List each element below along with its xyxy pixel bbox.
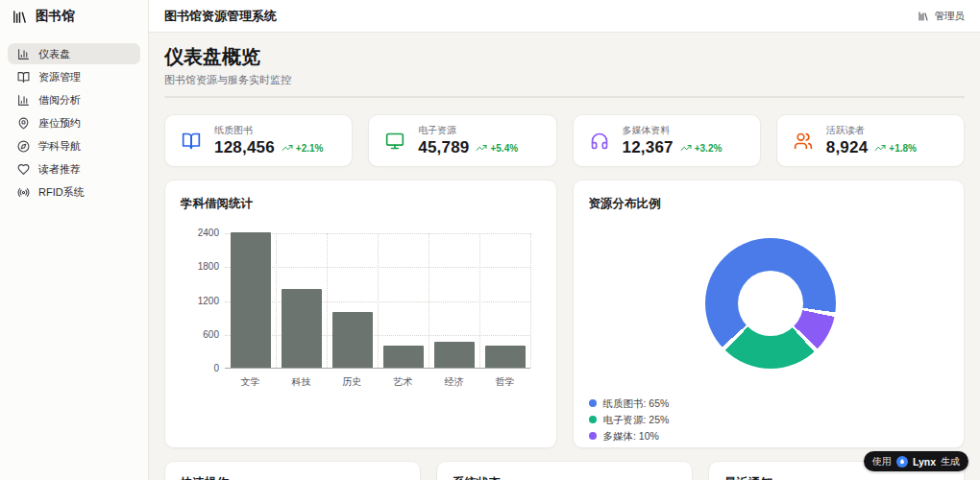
library-icon [918, 11, 929, 22]
chart-column-icon [17, 48, 30, 60]
bottom-card-快速操作: 快速操作 [164, 461, 421, 480]
trending-up-icon [874, 142, 886, 154]
legend-dot [589, 399, 597, 407]
bar-plot-area [225, 233, 530, 369]
trending-up-icon [680, 142, 692, 154]
compass-icon [17, 140, 30, 153]
x-axis-label: 经济 [429, 375, 479, 389]
sidebar: 图书馆 仪表盘资源管理借阅分析座位预约学科导航读者推荐RFID系统 [0, 0, 149, 480]
sidebar-item-读者推荐[interactable]: 读者推荐 [8, 158, 140, 180]
stat-info: 纸质图书128,456+2.1% [214, 124, 324, 157]
stat-trend-value: +2.1% [296, 143, 324, 154]
bottom-card-title: 快速操作 [181, 475, 404, 480]
sidebar-item-借阅分析[interactable]: 借阅分析 [8, 89, 140, 110]
sidebar-item-label: 仪表盘 [38, 47, 70, 61]
page-subtitle: 图书馆资源与服务实时监控 [164, 73, 965, 87]
bar [434, 342, 475, 368]
header-title: 图书馆资源管理系统 [164, 8, 277, 25]
x-axis-label: 艺术 [378, 375, 429, 389]
sidebar-item-label: RFID系统 [38, 185, 85, 200]
donut-chart [705, 238, 836, 369]
stat-value: 12,367 [623, 138, 674, 157]
main-content: 仪表盘概览 图书馆资源与服务实时监控 纸质图书128,456+2.1%电子资源4… [149, 33, 980, 480]
bottom-row: 快速操作系统状态最近通知 [164, 461, 965, 480]
bar [485, 346, 526, 368]
bar [332, 312, 373, 368]
stat-trend-value: +5.4% [490, 143, 518, 154]
legend-item: 纸质图书: 65% [589, 397, 670, 409]
stat-card-多媒体资料: 多媒体资料12,367+3.2% [573, 114, 761, 167]
stat-label: 多媒体资料 [623, 124, 723, 137]
bar-slot [479, 233, 530, 368]
x-axis-label: 历史 [327, 375, 378, 389]
bar [282, 289, 322, 368]
legend-item: 电子资源: 25% [589, 414, 670, 425]
gridline-x [530, 233, 531, 368]
stat-card-纸质图书: 纸质图书128,456+2.1% [164, 114, 353, 167]
sidebar-item-仪表盘[interactable]: 仪表盘 [8, 43, 140, 64]
header: 图书馆资源管理系统 管理员 [149, 0, 980, 33]
app-logo: 图书馆 [0, 0, 148, 33]
lynx-badge[interactable]: 使用 Lynx 生成 [864, 451, 968, 471]
bars-group [225, 233, 530, 368]
y-axis-tick: 1200 [177, 296, 219, 306]
stat-value-row: 12,367+3.2% [623, 138, 723, 157]
stat-info: 电子资源45,789+5.4% [418, 124, 518, 157]
book-open-icon [182, 132, 201, 151]
sidebar-item-label: 学科导航 [38, 139, 81, 154]
y-axis-tick: 600 [177, 329, 219, 340]
stat-value-row: 128,456+2.1% [214, 138, 324, 157]
stat-value-row: 45,789+5.4% [418, 138, 518, 157]
page-title: 仪表盘概览 [164, 44, 965, 69]
legend-item: 多媒体: 10% [589, 430, 670, 442]
pie-chart-title: 资源分布比例 [589, 196, 661, 212]
chart-column-icon [17, 94, 30, 107]
x-axis-label: 文学 [225, 375, 276, 389]
sidebar-item-学科导航[interactable]: 学科导航 [8, 135, 140, 156]
map-pin-icon [17, 117, 30, 130]
user-menu[interactable]: 管理员 [918, 10, 966, 23]
legend-dot [589, 432, 597, 440]
stat-value: 45,789 [418, 138, 469, 157]
bar-slot [378, 233, 429, 368]
stats-row: 纸质图书128,456+2.1%电子资源45,789+5.4%多媒体资料12,3… [164, 114, 965, 167]
pie-chart-card: 资源分布比例 纸质图书: 65%电子资源: 25%多媒体: 10% [573, 180, 966, 448]
x-axis-label: 科技 [276, 375, 327, 389]
app-logo-text: 图书馆 [36, 8, 75, 25]
badge-brand: Lynx [913, 456, 936, 468]
sidebar-item-RFID系统[interactable]: RFID系统 [8, 181, 140, 203]
stat-label: 活跃读者 [826, 124, 917, 137]
charts-row: 学科借阅统计 0600120018002400文学科技历史艺术经济哲学 资源分布… [164, 180, 965, 448]
legend-label: 纸质图书: 65% [603, 397, 670, 409]
legend-label: 电子资源: 25% [603, 414, 670, 425]
bar-slot [327, 233, 378, 368]
monitor-icon [385, 132, 404, 151]
bar-slot [276, 233, 327, 368]
sidebar-item-资源管理[interactable]: 资源管理 [8, 66, 140, 87]
bar-slot [429, 233, 479, 368]
stat-info: 活跃读者8,924+1.8% [826, 124, 917, 157]
sidebar-item-座位预约[interactable]: 座位预约 [8, 112, 140, 133]
sidebar-item-label: 借阅分析 [38, 93, 81, 108]
radio-icon [17, 186, 30, 199]
stat-trend: +3.2% [680, 142, 723, 154]
legend-dot [589, 416, 597, 423]
bar-chart-title: 学科借阅统计 [181, 196, 253, 212]
bar [383, 346, 424, 368]
bar-slot [225, 233, 276, 368]
users-icon [794, 132, 813, 151]
user-label: 管理员 [935, 10, 966, 23]
trending-up-icon [282, 142, 293, 154]
stat-value: 8,924 [826, 138, 869, 157]
y-axis-tick: 2400 [177, 228, 219, 238]
stat-trend: +1.8% [874, 142, 917, 154]
y-axis-tick: 1800 [177, 261, 219, 272]
divider [164, 96, 965, 98]
stat-info: 多媒体资料12,367+3.2% [623, 124, 723, 157]
sidebar-menu: 仪表盘资源管理借阅分析座位预约学科导航读者推荐RFID系统 [0, 33, 148, 213]
badge-prefix: 使用 [872, 455, 892, 468]
x-axis-label: 哲学 [479, 375, 530, 389]
heart-icon [17, 163, 30, 176]
bar-chart-card: 学科借阅统计 0600120018002400文学科技历史艺术经济哲学 [164, 180, 557, 448]
sidebar-item-label: 读者推荐 [38, 162, 81, 177]
